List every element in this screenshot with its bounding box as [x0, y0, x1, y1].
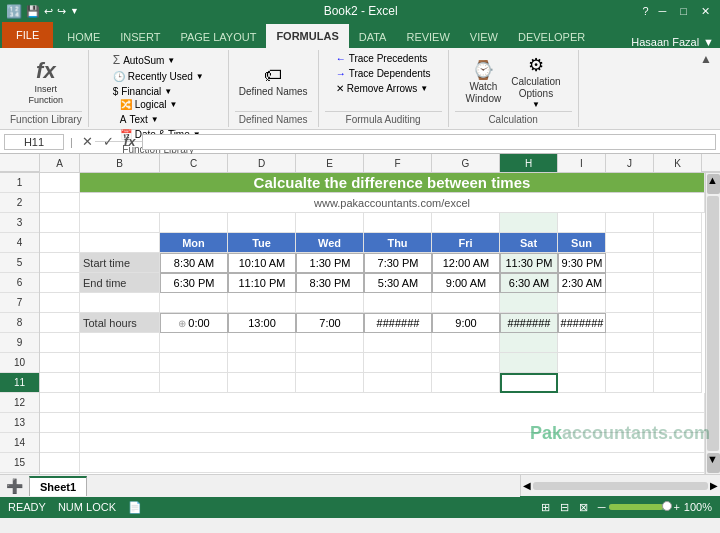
cell-c5[interactable]: 8:30 AM [160, 253, 228, 273]
cell-a15[interactable] [40, 453, 80, 473]
cell-a7[interactable] [40, 293, 80, 313]
cell-e4[interactable]: Wed [296, 233, 364, 253]
col-header-d[interactable]: D [228, 154, 296, 172]
cell-g6[interactable]: 9:00 AM [432, 273, 500, 293]
cell-d10[interactable] [228, 353, 296, 373]
defined-names-btn[interactable]: 🏷 Defined Names [235, 63, 312, 100]
cell-a4[interactable] [40, 233, 80, 253]
cell-h10[interactable] [500, 353, 558, 373]
cell-j11[interactable] [606, 373, 654, 393]
cell-k3[interactable] [654, 213, 702, 233]
cell-c11[interactable] [160, 373, 228, 393]
tab-insert[interactable]: INSERT [110, 26, 170, 48]
row-header-6[interactable]: 6 [0, 273, 39, 293]
cell-g4[interactable]: Fri [432, 233, 500, 253]
cell-b7[interactable] [80, 293, 160, 313]
cell-i7[interactable] [558, 293, 606, 313]
cell-k6[interactable] [654, 273, 702, 293]
zoom-in-btn[interactable]: + [673, 501, 679, 513]
help-icon[interactable]: ? [642, 5, 648, 17]
cell-i11[interactable] [558, 373, 606, 393]
cell-b6[interactable]: End time [80, 273, 160, 293]
cell-e6[interactable]: 8:30 PM [296, 273, 364, 293]
cell-i5[interactable]: 9:30 PM [558, 253, 606, 273]
row-header-4[interactable]: 4 [0, 233, 39, 253]
cell-c7[interactable] [160, 293, 228, 313]
cell-h11[interactable] [500, 373, 558, 393]
watch-window-btn[interactable]: ⌚ WatchWindow [462, 57, 506, 107]
logical-btn[interactable]: 🔀 Logical ▼ [116, 98, 205, 111]
cell-a6[interactable] [40, 273, 80, 293]
tab-view[interactable]: VIEW [460, 26, 508, 48]
row-header-14[interactable]: 14 [0, 433, 39, 453]
recently-used-btn[interactable]: 🕒 Recently Used ▼ [109, 70, 208, 83]
row-header-12[interactable]: 12 [0, 393, 39, 413]
cell-a9[interactable] [40, 333, 80, 353]
view-page-break-icon[interactable]: ⊠ [579, 501, 588, 514]
cell-c3[interactable] [160, 213, 228, 233]
cell-g10[interactable] [432, 353, 500, 373]
row-header-10[interactable]: 10 [0, 353, 39, 373]
autosum-btn[interactable]: Σ AutoSum ▼ [109, 52, 179, 68]
row-header-3[interactable]: 3 [0, 213, 39, 233]
cell-i9[interactable] [558, 333, 606, 353]
cell-b3[interactable] [80, 213, 160, 233]
cell-b8[interactable]: Total hours [80, 313, 160, 333]
col-header-a[interactable]: A [40, 154, 80, 172]
cell-i3[interactable] [558, 213, 606, 233]
cell-h6[interactable]: 6:30 AM [500, 273, 558, 293]
corner-cell[interactable] [0, 154, 40, 172]
cell-b4[interactable] [80, 233, 160, 253]
remove-arrows-btn[interactable]: ✕ Remove Arrows ▼ [332, 82, 433, 95]
cell-a16[interactable] [40, 473, 80, 474]
cell-e7[interactable] [296, 293, 364, 313]
col-header-h[interactable]: H [500, 154, 558, 172]
col-header-e[interactable]: E [296, 154, 364, 172]
cell-i6[interactable]: 2:30 AM [558, 273, 606, 293]
cell-a2[interactable] [40, 193, 80, 213]
cell-d4[interactable]: Tue [228, 233, 296, 253]
cell-b10[interactable] [80, 353, 160, 373]
cancel-icon[interactable]: ✕ [79, 134, 96, 149]
view-page-layout-icon[interactable]: ⊟ [560, 501, 569, 514]
cell-d9[interactable] [228, 333, 296, 353]
quick-redo[interactable]: ↪ [57, 5, 66, 18]
quick-save[interactable]: 💾 [26, 5, 40, 18]
cell-k7[interactable] [654, 293, 702, 313]
row-header-16[interactable]: 16 [0, 473, 39, 474]
trace-precedents-btn[interactable]: ← Trace Precedents [332, 52, 432, 65]
cell-c10[interactable] [160, 353, 228, 373]
cell-e9[interactable] [296, 333, 364, 353]
text-btn[interactable]: A Text ▼ [116, 113, 205, 126]
sheet-tab-sheet1[interactable]: Sheet1 [29, 476, 87, 496]
cell-a12[interactable] [40, 393, 80, 413]
cell-j6[interactable] [606, 273, 654, 293]
cell-f10[interactable] [364, 353, 432, 373]
cell-f3[interactable] [364, 213, 432, 233]
row-header-5[interactable]: 5 [0, 253, 39, 273]
insert-function-icon[interactable]: fx [121, 134, 139, 149]
row-header-13[interactable]: 13 [0, 413, 39, 433]
col-header-b[interactable]: B [80, 154, 160, 172]
cell-g3[interactable] [432, 213, 500, 233]
cell-h3[interactable] [500, 213, 558, 233]
zoom-out-btn[interactable]: ─ [598, 501, 606, 513]
cell-j7[interactable] [606, 293, 654, 313]
tab-developer[interactable]: DEVELOPER [508, 26, 595, 48]
confirm-icon[interactable]: ✓ [100, 134, 117, 149]
tab-file[interactable]: FILE [2, 22, 53, 48]
cell-c4[interactable]: Mon [160, 233, 228, 253]
col-header-f[interactable]: F [364, 154, 432, 172]
cell-a11[interactable] [40, 373, 80, 393]
cell-reference-box[interactable] [4, 134, 64, 150]
cell-g7[interactable] [432, 293, 500, 313]
zoom-slider[interactable] [609, 504, 669, 510]
cell-k11[interactable] [654, 373, 702, 393]
cell-e11[interactable] [296, 373, 364, 393]
financial-btn[interactable]: $ Financial ▼ [109, 85, 177, 98]
tab-data[interactable]: DATA [349, 26, 397, 48]
col-header-c[interactable]: C [160, 154, 228, 172]
cell-h9[interactable] [500, 333, 558, 353]
row-header-7[interactable]: 7 [0, 293, 39, 313]
cell-h8[interactable]: ####### [500, 313, 558, 333]
